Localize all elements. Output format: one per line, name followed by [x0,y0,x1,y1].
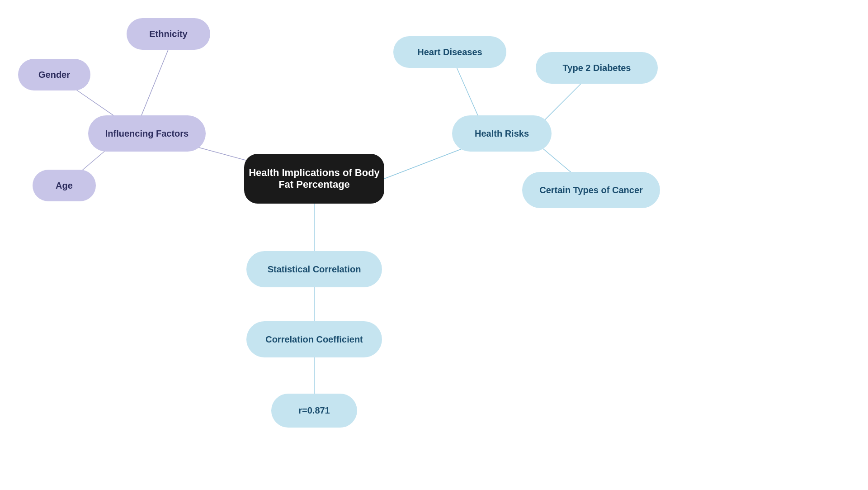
ethnicity-label: Ethnicity [149,29,187,39]
center-label: Health Implications of Body Fat Percenta… [244,167,384,190]
center-node[interactable]: Health Implications of Body Fat Percenta… [244,154,384,204]
heart-diseases-label: Heart Diseases [417,47,482,57]
influencing-factors-label: Influencing Factors [105,128,189,139]
ethnicity-node[interactable]: Ethnicity [127,18,210,50]
type2-diabetes-node[interactable]: Type 2 Diabetes [536,52,658,84]
influencing-factors-node[interactable]: Influencing Factors [88,115,206,152]
statistical-correlation-label: Statistical Correlation [268,264,361,275]
r-value-node[interactable]: r=0.871 [271,394,357,428]
heart-diseases-node[interactable]: Heart Diseases [393,36,506,68]
certain-types-cancer-node[interactable]: Certain Types of Cancer [522,172,660,208]
health-risks-label: Health Risks [475,128,529,139]
correlation-coefficient-node[interactable]: Correlation Coefficient [246,321,382,357]
age-label: Age [56,181,73,191]
correlation-coefficient-label: Correlation Coefficient [265,334,363,345]
r-value-label: r=0.871 [298,405,330,416]
gender-node[interactable]: Gender [18,59,90,90]
svg-line-2 [140,50,168,119]
type2-diabetes-label: Type 2 Diabetes [563,63,631,73]
certain-types-cancer-label: Certain Types of Cancer [539,185,643,195]
health-risks-node[interactable]: Health Risks [452,115,552,152]
age-node[interactable]: Age [33,170,96,201]
gender-label: Gender [38,70,70,80]
statistical-correlation-node[interactable]: Statistical Correlation [246,251,382,287]
